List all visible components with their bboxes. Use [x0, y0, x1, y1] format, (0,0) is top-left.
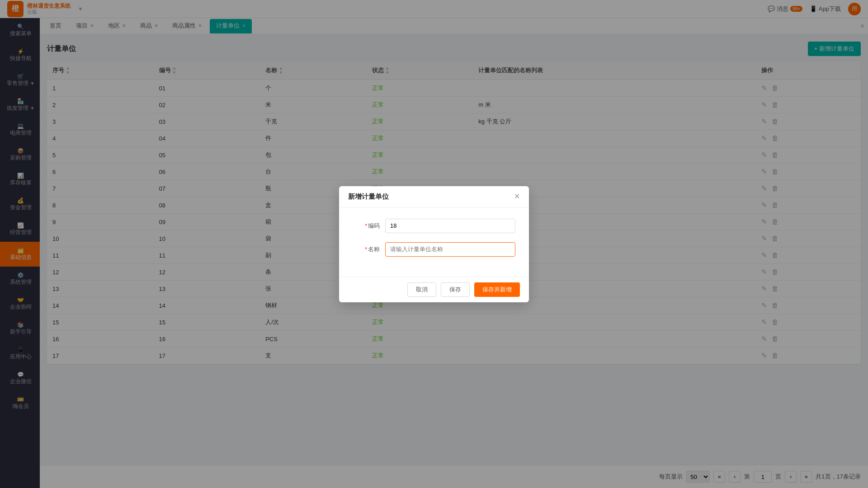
modal-close-button[interactable]: ✕: [514, 193, 520, 200]
cancel-button[interactable]: 取消: [407, 282, 436, 297]
modal-overlay: 新增计量单位 ✕ *编码 *名称 取消 保存 保存并新增: [0, 0, 868, 488]
modal-footer: 取消 保存 保存并新增: [339, 277, 529, 302]
modal: 新增计量单位 ✕ *编码 *名称 取消 保存 保存并新增: [339, 186, 529, 302]
name-required-mark: *: [365, 246, 367, 253]
modal-title: 新增计量单位: [348, 192, 389, 201]
save-and-new-button[interactable]: 保存并新增: [474, 282, 520, 297]
code-label: *编码: [353, 222, 380, 230]
code-input[interactable]: [385, 219, 515, 233]
modal-body: *编码 *名称: [339, 208, 529, 277]
name-input[interactable]: [385, 242, 515, 257]
code-required-mark: *: [365, 222, 367, 229]
save-button[interactable]: 保存: [441, 282, 470, 297]
form-row-code: *编码: [353, 219, 515, 233]
name-label: *名称: [353, 245, 380, 253]
modal-header: 新增计量单位 ✕: [339, 186, 529, 208]
form-row-name: *名称: [353, 242, 515, 257]
